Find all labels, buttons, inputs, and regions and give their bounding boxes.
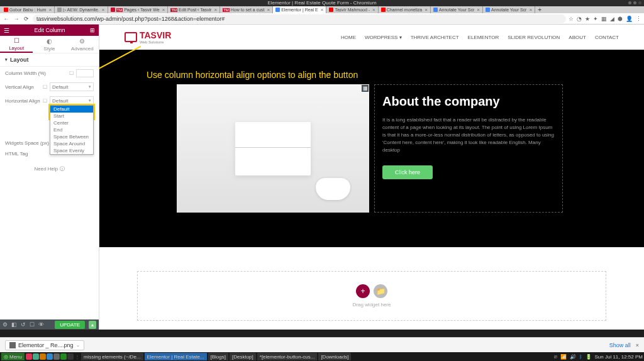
dropdown-option[interactable]: Default — [50, 106, 93, 113]
volume-icon[interactable]: 🔊 — [570, 354, 576, 360]
hero-image-column[interactable]: ▦ — [177, 84, 369, 213]
chevron-down-icon[interactable]: ⌄ — [76, 343, 80, 348]
nav-contact[interactable]: CONTACT — [595, 35, 619, 40]
tab-advanced[interactable]: ⚙Advanced — [66, 36, 99, 53]
download-chip[interactable]: Elementor _ Re....png ⌄ — [5, 340, 84, 350]
hero-heading[interactable]: About the company — [382, 94, 555, 109]
vertical-align-select[interactable]: Default — [50, 82, 94, 91]
extension-icon[interactable]: ◢ — [610, 16, 614, 22]
tab-style[interactable]: ◐Style — [33, 36, 65, 53]
extension-icon[interactable]: ☆ — [569, 16, 574, 22]
dropdown-option[interactable]: Space Around — [50, 140, 93, 147]
browser-tab[interactable]: TMHow to set a cust× — [220, 6, 273, 13]
navigator-icon[interactable]: ◧ — [11, 321, 17, 328]
browser-tab[interactable]: TMEdit Post ‹ Tasvir× — [168, 6, 220, 13]
horizontal-align-dropdown[interactable]: Default Start Center End Space Between S… — [50, 105, 94, 155]
minimize-icon[interactable] — [628, 1, 631, 4]
launcher-icon[interactable] — [60, 353, 67, 360]
close-icon[interactable] — [638, 1, 641, 4]
responsive-icon[interactable]: ☐ — [43, 84, 47, 90]
browser-tab[interactable]: Annotate Your Scr× — [483, 6, 535, 13]
hero-text-column[interactable]: About the company It is a long establish… — [374, 84, 563, 213]
close-tab-icon[interactable]: × — [161, 7, 165, 13]
browser-tab-active[interactable]: Elementor | Real E× — [273, 6, 326, 13]
profile-icon[interactable]: 👤 — [626, 16, 633, 22]
dropdown-option[interactable]: Start — [50, 113, 93, 119]
nav-slider[interactable]: SLIDER REVOLUTION — [508, 35, 560, 40]
show-all-link[interactable]: Show all — [609, 342, 631, 348]
url-input[interactable] — [33, 14, 566, 23]
responsive-icon[interactable]: ☐ — [43, 98, 47, 104]
browser-tab[interactable]: Annotate Your Scr× — [431, 6, 483, 13]
dropdown-option[interactable]: Center — [50, 119, 93, 126]
preview-icon[interactable]: 👁 — [38, 321, 44, 328]
site-logo[interactable]: TASVIRWeb Solutions — [125, 30, 171, 44]
dropdown-option[interactable]: End — [50, 126, 93, 133]
hero-section[interactable]: Use column horizontal align options to a… — [99, 50, 644, 247]
launcher-icon[interactable] — [33, 353, 39, 360]
extension-icon[interactable]: ▦ — [601, 16, 607, 22]
menu-icon[interactable]: ⋮ — [636, 16, 641, 22]
browser-tab[interactable]: TMPages ‹ Tasvir We× — [108, 6, 169, 13]
close-tab-icon[interactable]: × — [101, 7, 105, 13]
extensions-menu-icon[interactable]: ✦ — [593, 16, 598, 22]
taskbar-item[interactable]: [Desktop] — [230, 353, 256, 360]
back-button[interactable]: ← — [3, 16, 10, 22]
history-icon[interactable]: ↺ — [21, 321, 26, 328]
tray-icon[interactable]: ⎚ — [554, 354, 557, 360]
browser-tab[interactable]: Gobor Babu : Hum× — [1, 6, 55, 13]
nav-thrive[interactable]: THRIVE ARCHITECT — [411, 35, 459, 40]
horizontal-align-select[interactable]: Default — [50, 96, 94, 105]
launcher-icon[interactable] — [67, 353, 74, 360]
responsive-icon[interactable]: ☐ — [69, 70, 74, 76]
window-controls[interactable] — [628, 1, 641, 4]
close-tab-icon[interactable]: × — [319, 7, 324, 13]
taskbar-item[interactable]: missing elements (~/De... — [81, 353, 143, 360]
add-template-button[interactable]: 📁 — [374, 284, 387, 298]
browser-tab[interactable]: ▷ AEW: Dynamite.× — [55, 6, 108, 13]
nav-wordpress[interactable]: WORDPRESS ▾ — [365, 35, 402, 40]
extension-icon[interactable]: ⬢ — [618, 16, 623, 22]
need-help-link[interactable]: Need Help ⓘ — [0, 159, 99, 179]
forward-button[interactable]: → — [13, 16, 20, 22]
close-bar-icon[interactable]: × — [636, 342, 639, 348]
close-tab-icon[interactable]: × — [266, 7, 270, 13]
wifi-icon[interactable]: 📶 — [560, 354, 567, 360]
clock[interactable]: Sun Jul 11, 12:52 PM — [595, 354, 643, 360]
section-layout[interactable]: Layout — [0, 53, 99, 67]
extension-icon[interactable]: ◔ — [577, 16, 582, 22]
taskbar-item[interactable]: [Downloads] — [318, 353, 351, 360]
close-tab-icon[interactable]: × — [423, 7, 428, 13]
new-tab-button[interactable]: + — [535, 6, 544, 13]
taskbar-item[interactable]: [Blogs] — [208, 353, 228, 360]
column-width-input[interactable] — [76, 69, 94, 77]
dropdown-option[interactable]: Space Between — [50, 133, 93, 140]
panel-apps-icon[interactable]: ⊞ — [90, 27, 95, 33]
tab-layout[interactable]: ☐Layout — [0, 36, 33, 53]
panel-menu-icon[interactable]: ☰ — [4, 27, 9, 34]
add-section-dropzone[interactable]: + 📁 Drag widget here — [137, 271, 606, 321]
close-tab-icon[interactable]: × — [475, 7, 480, 13]
nav-elementor[interactable]: ELEMENTOR — [468, 35, 499, 40]
close-tab-icon[interactable]: × — [371, 7, 375, 13]
reload-button[interactable]: ⟳ — [23, 16, 30, 22]
responsive-mode-icon[interactable]: ☐ — [30, 321, 35, 328]
browser-tab[interactable]: Tasvir Mahmood -× — [326, 6, 378, 13]
launcher-icon[interactable] — [47, 353, 53, 360]
settings-icon[interactable]: ⚙ — [3, 321, 8, 328]
browser-tab[interactable]: Channel monetiza× — [379, 6, 431, 13]
close-tab-icon[interactable]: × — [528, 7, 532, 13]
add-section-button[interactable]: + — [356, 284, 370, 298]
nav-home[interactable]: HOME — [341, 35, 356, 40]
update-button[interactable]: UPDATE — [55, 321, 85, 329]
close-tab-icon[interactable]: × — [47, 7, 52, 13]
click-here-button[interactable]: Click here — [382, 165, 433, 179]
battery-icon[interactable]: 🔋 — [586, 354, 592, 360]
update-options-button[interactable]: ▴ — [89, 321, 96, 329]
column-handle-icon[interactable]: ▦ — [362, 85, 369, 92]
dropdown-option[interactable]: Space Evenly — [50, 147, 93, 154]
launcher-icon[interactable] — [26, 353, 32, 360]
hero-body[interactable]: It is a long established fact that a rea… — [382, 116, 555, 154]
start-menu[interactable]: ◎Menu — [1, 353, 25, 360]
maximize-icon[interactable] — [633, 1, 636, 4]
